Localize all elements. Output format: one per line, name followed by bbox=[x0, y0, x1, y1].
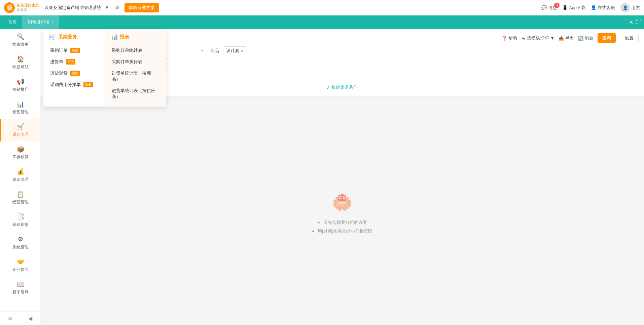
svg-point-5 bbox=[344, 197, 345, 198]
tab-home[interactable]: 首页 bbox=[3, 15, 22, 29]
sidebar-item-operations[interactable]: 📋 经营管理 bbox=[0, 187, 40, 209]
svg-rect-8 bbox=[348, 200, 351, 207]
print-template-btn[interactable]: 🖨 按模板打印 ▼ bbox=[521, 35, 554, 41]
dropdown-item-report-1[interactable]: 采购订单执行表 bbox=[110, 56, 161, 68]
sidebar-item-search[interactable]: 🔍 搜索菜单 bbox=[0, 29, 40, 51]
filter-dots-2[interactable]: ... bbox=[173, 60, 177, 65]
sidebar-item-guide[interactable]: 📖 新手引导 bbox=[0, 277, 40, 299]
purchase-col: 🛒 采购业务 采购订单 历史 进货单 历史 进货退货 历史 采购费用分摊单 历史 bbox=[43, 29, 105, 107]
tab-sales-ranking-label: 销售排行榜 bbox=[28, 19, 49, 25]
dropdown-item-report-3-label: 进货单统计表（按供应商） bbox=[112, 88, 159, 100]
query-btn[interactable]: 查询 bbox=[598, 33, 616, 43]
online-service-btn[interactable]: 👤 在线客服 bbox=[591, 5, 615, 11]
dropdown-item-report-2[interactable]: 进货单统计表（按商品） bbox=[110, 68, 161, 85]
top-header: 畅 畅捷通好生意 标准版 装备及固定资产辅助管理系统 ▼ ⚙ 体验行业方案 💬 … bbox=[0, 0, 644, 15]
history-badge-1: 历史 bbox=[66, 59, 75, 65]
hint-bullet-1: ● bbox=[317, 220, 320, 225]
bill-status-select[interactable] bbox=[166, 47, 206, 55]
message-btn[interactable]: 💬 消息 9 bbox=[541, 5, 557, 11]
sidebar-settings-btn[interactable]: ⚙ bbox=[8, 315, 12, 322]
svg-point-4 bbox=[339, 197, 341, 198]
sidebar: 🔍 搜索菜单 🏠 快捷导航 📢 营销推广 📊 销售管理 🛒 采购管理 📦 库存核… bbox=[0, 29, 40, 325]
header-right: 💬 消息 9 📱 App下载 👤 在线客服 👤 用友 bbox=[541, 3, 640, 12]
sidebar-item-finance[interactable]: 💰 资金管理 bbox=[0, 164, 40, 187]
help-btn[interactable]: ❓ 帮助 bbox=[502, 35, 517, 41]
export-btn[interactable]: 📤 导出 bbox=[559, 35, 574, 41]
sidebar-item-sales[interactable]: 📊 销售管理 bbox=[0, 96, 40, 119]
empty-hint-2: ● 用[过滤]条件来缩小分析范围 bbox=[312, 228, 373, 234]
purchase-icon: 🛒 bbox=[17, 123, 24, 130]
sidebar-collapse-btn[interactable]: ◀ bbox=[28, 315, 32, 322]
app-download-btn[interactable]: 📱 App下载 bbox=[562, 5, 585, 11]
purchase-col-title: 采购业务 bbox=[58, 34, 77, 40]
sidebar-item-quick-nav[interactable]: 🏠 快捷导航 bbox=[0, 51, 40, 74]
logo-sub: 标准版 bbox=[17, 8, 39, 12]
tab-bar-right: ✕ ⛶ bbox=[629, 19, 641, 26]
dropdown-item-report-0[interactable]: 采购订单统计表 bbox=[110, 45, 161, 56]
history-badge-3: 历史 bbox=[83, 82, 93, 87]
goods-tag-remove[interactable]: × bbox=[241, 48, 243, 53]
export-icon: 📤 bbox=[559, 36, 564, 41]
goods-tag-text: 设计素 bbox=[226, 48, 239, 54]
dropdown-item-report-3[interactable]: 进货单统计表（按供应商） bbox=[110, 85, 161, 103]
sidebar-bottom: ⚙ ◀ bbox=[0, 312, 40, 325]
header-settings-btn[interactable]: ⚙ bbox=[112, 3, 122, 12]
dropdown-item-report-1-label: 采购订单执行表 bbox=[112, 59, 142, 65]
sidebar-item-enterprise[interactable]: 🤝 企业协同 bbox=[0, 254, 40, 277]
logo-text: 畅捷通好生意 bbox=[17, 3, 39, 7]
dropdown-item-purchase-return-label: 进货退货 bbox=[50, 70, 68, 76]
sidebar-item-marketing[interactable]: 📢 营销推广 bbox=[0, 74, 40, 96]
sidebar-item-basic-info-label: 基础信息 bbox=[12, 222, 29, 228]
collapse-icon: ∧ bbox=[327, 85, 330, 90]
sidebar-item-system[interactable]: ⚙ 系统管理 bbox=[0, 232, 40, 254]
industry-btn[interactable]: 体验行业方案 bbox=[124, 3, 159, 12]
empty-state: ● 请先选择要分析的方案 ● 用[过滤]条件来缩小分析范围 bbox=[40, 96, 644, 325]
sidebar-item-inventory-label: 库存核算 bbox=[12, 154, 29, 160]
filter-dots-1[interactable]: ... bbox=[250, 48, 254, 53]
message-badge: 9 bbox=[554, 3, 560, 8]
sidebar-item-finance-label: 资金管理 bbox=[12, 177, 29, 182]
svg-rect-9 bbox=[338, 207, 342, 211]
sidebar-item-quick-nav-label: 快捷导航 bbox=[12, 64, 29, 70]
svg-rect-6 bbox=[341, 194, 344, 195]
sidebar-item-marketing-label: 营销推广 bbox=[12, 87, 29, 92]
report-col-header: 📊 报表 bbox=[110, 33, 161, 41]
hint-bullet-2: ● bbox=[312, 229, 315, 234]
operations-icon: 📋 bbox=[17, 191, 24, 198]
logo-icon: 畅 bbox=[4, 2, 15, 13]
sidebar-item-purchase[interactable]: 🛒 采购管理 bbox=[0, 119, 40, 141]
dropdown-item-purchase-expense[interactable]: 采购费用分摊单 历史 bbox=[49, 79, 99, 90]
refresh-btn[interactable]: 🔄 刷新 bbox=[578, 35, 594, 41]
guide-icon: 📖 bbox=[17, 281, 24, 288]
dropdown-item-purchase-return[interactable]: 进货退货 历史 bbox=[49, 68, 99, 79]
sidebar-item-basic-info[interactable]: 📑 基础信息 bbox=[0, 209, 40, 232]
message-icon: 💬 bbox=[541, 5, 547, 10]
dropdown-item-purchase-inbound[interactable]: 进货单 历史 bbox=[49, 56, 99, 68]
settings-btn-filter[interactable]: 设置 bbox=[620, 33, 639, 43]
tab-close-all-icon[interactable]: ✕ bbox=[629, 19, 633, 26]
phone-icon: 📱 bbox=[562, 5, 568, 10]
dropdown-item-purchase-order-label: 采购订单 bbox=[50, 47, 68, 53]
print-icon: 🖨 bbox=[521, 36, 526, 41]
tab-close-btn[interactable]: × bbox=[51, 20, 54, 25]
basic-info-icon: 📑 bbox=[17, 213, 24, 220]
dropdown-item-report-0-label: 采购订单统计表 bbox=[112, 47, 142, 53]
tab-sales-ranking[interactable]: 销售排行榜 × bbox=[22, 15, 59, 29]
dropdown-item-purchase-order[interactable]: 采购订单 历史 bbox=[49, 45, 99, 56]
sidebar-item-inventory[interactable]: 📦 库存核算 bbox=[0, 141, 40, 164]
svg-rect-11 bbox=[338, 202, 346, 204]
inventory-icon: 📦 bbox=[17, 146, 24, 153]
refresh-icon: 🔄 bbox=[578, 36, 583, 41]
search-icon: 🔍 bbox=[17, 33, 24, 40]
enterprise-icon: 🤝 bbox=[17, 258, 24, 266]
empty-hint-2-text: 用[过滤]条件来缩小分析范围 bbox=[318, 229, 372, 234]
empty-hint-1: ● 请先选择要分析的方案 bbox=[317, 219, 367, 226]
sidebar-item-system-label: 系统管理 bbox=[12, 244, 29, 250]
marketing-icon: 📢 bbox=[17, 78, 24, 85]
report-col: 📊 报表 采购订单统计表 采购订单执行表 进货单统计表（按商品） 进货单统计表（… bbox=[105, 29, 166, 107]
tab-expand-icon[interactable]: ⛶ bbox=[636, 19, 641, 25]
report-col-icon: 📊 bbox=[110, 33, 118, 41]
sidebar-item-guide-label: 新手引导 bbox=[12, 289, 29, 295]
system-dropdown-btn[interactable]: ▼ bbox=[104, 4, 110, 11]
user-area[interactable]: 👤 用友 bbox=[620, 3, 640, 12]
